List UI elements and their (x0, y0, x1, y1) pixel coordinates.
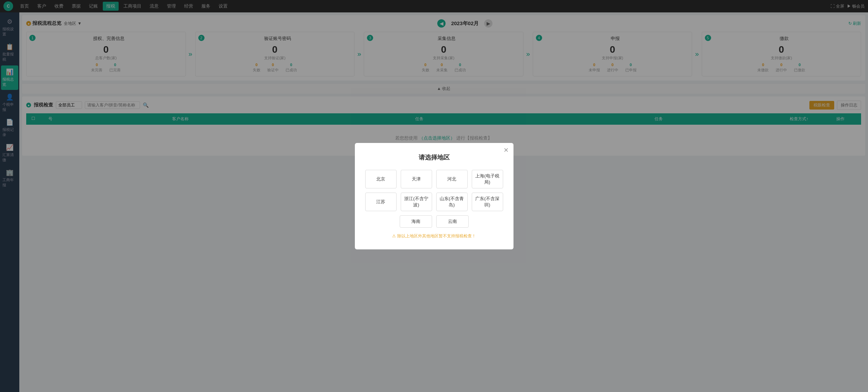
warning-icon: ⚠ (392, 234, 396, 238)
region-btn-hainan[interactable]: 海南 (400, 215, 432, 228)
region-btn-yunnan[interactable]: 云南 (436, 215, 469, 228)
dialog-warning: ⚠ 除以上地区外其他地区暂不支持报税检查！ (365, 233, 503, 239)
region-grid-row3: 海南 云南 (400, 215, 469, 228)
region-grid-row1: 北京 天津 河北 上海(电子税局) (365, 170, 503, 188)
region-select-dialog: ✕ 请选择地区 北京 天津 河北 上海(电子税局) 江苏 浙江(不含宁波) 山东… (355, 143, 513, 249)
dialog-close-button[interactable]: ✕ (503, 147, 509, 153)
region-btn-zhejiang[interactable]: 浙江(不含宁波) (401, 193, 432, 211)
region-btn-shandong[interactable]: 山东(不含青岛) (436, 193, 468, 211)
dialog-overlay: ✕ 请选择地区 北京 天津 河北 上海(电子税局) 江苏 浙江(不含宁波) 山东… (0, 0, 868, 392)
region-btn-hebei[interactable]: 河北 (436, 170, 468, 188)
region-btn-jiangsu[interactable]: 江苏 (365, 193, 397, 211)
region-grid-row2: 江苏 浙江(不含宁波) 山东(不含青岛) 广东(不含深圳) (365, 193, 503, 211)
region-btn-guangdong[interactable]: 广东(不含深圳) (472, 193, 503, 211)
region-btn-tianjin[interactable]: 天津 (401, 170, 432, 188)
region-btn-shanghai[interactable]: 上海(电子税局) (472, 170, 503, 188)
region-btn-beijing[interactable]: 北京 (365, 170, 397, 188)
dialog-title: 请选择地区 (365, 153, 503, 162)
